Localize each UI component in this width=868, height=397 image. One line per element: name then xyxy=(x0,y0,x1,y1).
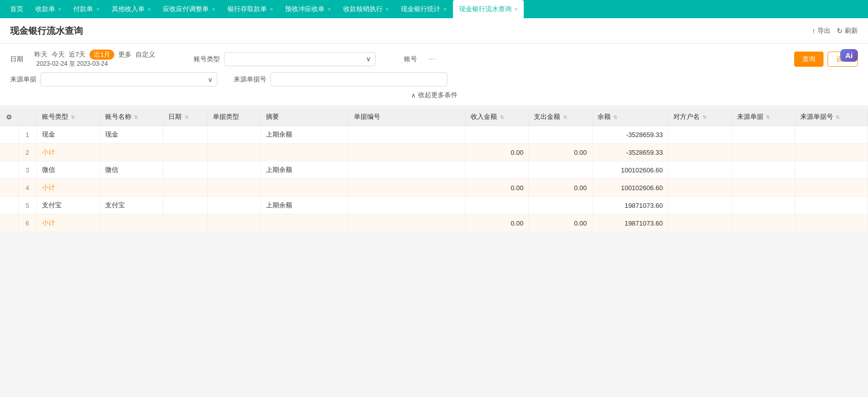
td-doc-type xyxy=(207,126,261,144)
td-income: 0.00 xyxy=(466,214,529,232)
chevron-down-icon: ∨ xyxy=(208,76,213,83)
td-source-doc-no xyxy=(795,214,867,232)
td-source-doc-no xyxy=(795,126,867,144)
table-row: 2小计0.000.00-3528659.33 xyxy=(0,144,868,161)
chevron-down-icon: ∨ xyxy=(366,55,371,63)
date-opt-yesterday[interactable]: 昨天 xyxy=(34,50,48,59)
nav-tab-2[interactable]: 其他收入单 × xyxy=(106,0,157,18)
filter-area: 日期 昨天 今天 近7天 近1月 更多 自定义 2023-02-24 至 202… xyxy=(0,43,868,106)
nav-tab-8[interactable]: 现金银行流水查询 × xyxy=(453,0,524,18)
nav-tab-1[interactable]: 付款单 × xyxy=(67,0,105,18)
date-opt-1month[interactable]: 近1月 xyxy=(89,50,114,60)
nav-tab-6[interactable]: 收款核销执行 × xyxy=(337,0,395,18)
close-icon[interactable]: × xyxy=(148,0,151,18)
td-date xyxy=(163,214,208,232)
td-income: 0.00 xyxy=(466,179,529,197)
page-header: 现金银行流水查询 ↑ 导出 ↻ 刷新 xyxy=(0,18,868,43)
td-summary xyxy=(261,179,349,197)
close-icon[interactable]: × xyxy=(96,0,99,18)
nav-tab-7[interactable]: 现金银行统计 × xyxy=(395,0,452,18)
td-row-num: 4 xyxy=(18,179,36,197)
td-account-name xyxy=(100,144,163,161)
source-doc-no-input[interactable] xyxy=(270,72,447,86)
ai-assistant-button[interactable]: Ai xyxy=(840,49,858,62)
td-counterparty xyxy=(668,214,732,232)
th-account-name[interactable]: 账号名称 ⇅ xyxy=(100,108,163,126)
td-row-num: 5 xyxy=(18,197,36,214)
close-icon[interactable]: × xyxy=(386,0,389,18)
account-dots-button[interactable]: ··· xyxy=(428,55,435,64)
td-balance: -3528659.33 xyxy=(592,126,668,144)
th-num xyxy=(18,108,36,126)
td-account-type: 小计 xyxy=(36,144,100,161)
td-balance: 19871073.60 xyxy=(592,214,668,232)
table-row: 3微信微信上期余额100102606.60 xyxy=(0,161,868,179)
th-balance[interactable]: 余额 ⇅ xyxy=(592,108,668,126)
td-settings xyxy=(0,214,18,232)
query-button[interactable]: 查询 xyxy=(794,52,824,67)
td-expense: 0.00 xyxy=(529,214,592,232)
td-summary: 上期余额 xyxy=(261,126,349,144)
td-source-doc xyxy=(732,126,795,144)
date-opt-7days[interactable]: 近7天 xyxy=(69,50,85,59)
th-doc-no: 单据编号 xyxy=(348,108,465,126)
td-source-doc-no xyxy=(795,161,867,179)
td-expense: 0.00 xyxy=(529,179,592,197)
close-icon[interactable]: × xyxy=(443,0,446,18)
td-row-num: 3 xyxy=(18,161,36,179)
close-icon[interactable]: × xyxy=(212,0,215,18)
td-account-name xyxy=(100,214,163,232)
th-counterparty[interactable]: 对方户名 ⇅ xyxy=(668,108,732,126)
th-date[interactable]: 日期 ⇅ xyxy=(163,108,208,126)
td-date xyxy=(163,197,208,214)
export-button[interactable]: ↑ 导出 xyxy=(812,26,831,35)
nav-tab-4[interactable]: 银行存取款单 × xyxy=(221,0,279,18)
th-settings[interactable]: ⚙ xyxy=(0,108,18,126)
close-icon[interactable]: × xyxy=(515,0,518,18)
td-date xyxy=(163,126,208,144)
close-icon[interactable]: × xyxy=(58,0,61,18)
th-income[interactable]: 收入金额 ⇅ xyxy=(466,108,529,126)
account-filter-group: 账号 ··· xyxy=(404,55,435,64)
account-type-select[interactable]: ∨ xyxy=(224,52,376,66)
td-balance: 19871073.60 xyxy=(592,197,668,214)
td-source-doc-no xyxy=(795,197,867,214)
close-icon[interactable]: × xyxy=(270,0,273,18)
collapse-arrow-icon: ∧ xyxy=(411,92,416,99)
nav-home[interactable]: 首页 xyxy=(4,0,29,18)
collapse-bar[interactable]: ∧ 收起更多条件 xyxy=(10,89,858,102)
table-header-row: ⚙ 账号类型 ⇅ 账号名称 ⇅ 日期 ⇅ 单据类型 摘要 单据编号 收入金额 ⇅… xyxy=(0,108,868,126)
td-balance: 100102606.60 xyxy=(592,179,668,197)
export-icon: ↑ xyxy=(812,27,815,35)
header-actions: ↑ 导出 ↻ 刷新 xyxy=(812,26,858,35)
refresh-icon: ↻ xyxy=(837,27,843,35)
td-settings xyxy=(0,144,18,161)
td-doc-no xyxy=(348,197,465,214)
nav-tab-0[interactable]: 收款单 × xyxy=(29,0,67,18)
td-account-type: 现金 xyxy=(36,126,100,144)
td-account-name xyxy=(100,179,163,197)
source-doc-label: 来源单据 xyxy=(10,75,36,84)
td-balance: 100102606.60 xyxy=(592,161,668,179)
nav-tab-3[interactable]: 应收应付调整单 × xyxy=(157,0,221,18)
date-opt-custom[interactable]: 自定义 xyxy=(135,50,155,59)
date-opt-more[interactable]: 更多 xyxy=(118,50,131,59)
source-doc-select[interactable]: ∨ xyxy=(40,72,217,86)
account-label: 账号 xyxy=(404,55,424,64)
th-expense[interactable]: 支出金额 ⇅ xyxy=(529,108,592,126)
close-icon[interactable]: × xyxy=(328,0,331,18)
nav-tab-5[interactable]: 预收冲应收单 × xyxy=(279,0,337,18)
refresh-button[interactable]: ↻ 刷新 xyxy=(837,26,858,35)
th-source-doc-no[interactable]: 来源单据号 ⇅ xyxy=(795,108,867,126)
source-doc-no-filter-group: 来源单据号 xyxy=(234,72,447,86)
date-opt-today[interactable]: 今天 xyxy=(52,50,65,59)
date-range-display: 2023-02-24 至 2023-03-24 xyxy=(36,60,155,68)
td-row-num: 1 xyxy=(18,126,36,144)
th-summary: 摘要 xyxy=(261,108,349,126)
td-settings xyxy=(0,179,18,197)
page-title: 现金银行流水查询 xyxy=(10,25,83,37)
th-account-type[interactable]: 账号类型 ⇅ xyxy=(36,108,100,126)
td-expense xyxy=(529,161,592,179)
date-filter-group: 日期 昨天 今天 近7天 近1月 更多 自定义 2023-02-24 至 202… xyxy=(10,50,155,68)
th-source-doc[interactable]: 来源单据 ⇅ xyxy=(732,108,795,126)
